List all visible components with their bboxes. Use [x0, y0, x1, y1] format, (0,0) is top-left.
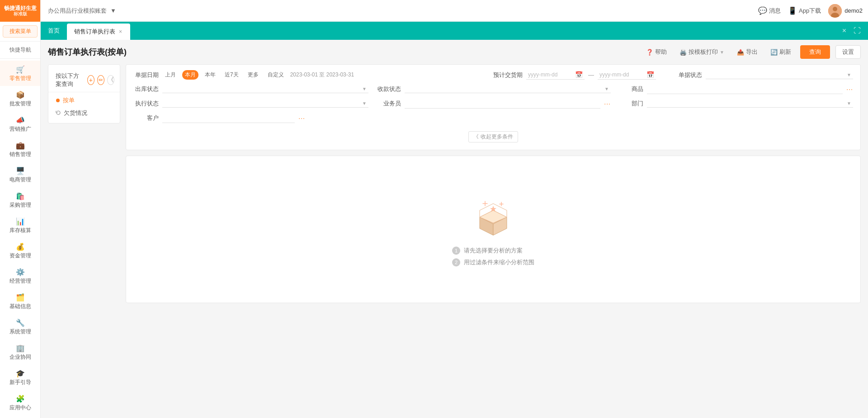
sidebar-item-corp-label: 企业协同: [9, 354, 31, 360]
filter-row-4: 客户 ···: [133, 113, 853, 123]
sidebar-item-retail[interactable]: 🛒 零售管理: [0, 61, 40, 86]
filter-row-2: 出库状态 ▼ 收款状态 ▼: [133, 84, 853, 94]
sidebar-item-newbie-label: 新手引导: [9, 379, 31, 385]
scheme-item-by-order[interactable]: 按单: [48, 94, 120, 107]
date-label: 单据日期: [133, 71, 159, 79]
logo-text-top: 畅捷通好生意: [4, 5, 37, 11]
product-input[interactable]: [647, 84, 843, 94]
filter-field-receipt-status: 收款状态 ▼: [376, 85, 611, 93]
sidebar-item-newbie[interactable]: 🎓 新手引导: [0, 365, 40, 390]
help-button[interactable]: ❓ 帮助: [642, 46, 670, 58]
right-panel: 单据日期 上月 本月 本年 近7天 更多 自定义 2023-03-01 至 20…: [126, 64, 861, 303]
product-more-icon[interactable]: ···: [846, 86, 853, 93]
sidebar-item-marketing[interactable]: 📣 营销推广: [0, 111, 40, 137]
date-custom-btn[interactable]: 自定义: [265, 70, 287, 80]
customer-input[interactable]: [162, 113, 295, 123]
sidebar-item-wholesale-label: 批发管理: [9, 100, 31, 107]
exec-status-select[interactable]: ▼: [162, 100, 368, 108]
date-last7-btn[interactable]: 近7天: [222, 70, 241, 80]
template-print-label: 按模板打印: [689, 48, 718, 56]
scheme-item-debt[interactable]: 欠货情况: [48, 107, 120, 119]
sidebar-item-sales[interactable]: 💼 销售管理: [0, 137, 40, 162]
scheme-edit-icon[interactable]: ✏: [97, 75, 104, 85]
sidebar-item-operations[interactable]: ⚙️ 经营管理: [0, 263, 40, 289]
tab-home[interactable]: 首页: [41, 22, 67, 40]
tip-2-num: 2: [452, 258, 460, 266]
ship-status-arrow-icon: ▼: [362, 86, 367, 91]
message-button[interactable]: 💬 消息: [758, 6, 781, 15]
estimated-date-end-input[interactable]: [599, 71, 645, 78]
exec-status-label: 执行状态: [133, 100, 159, 108]
sidebar-item-wechat[interactable]: 💬 企业微信: [0, 415, 40, 418]
tab-maximize-button[interactable]: ⛶: [852, 26, 863, 36]
date-this-month-btn[interactable]: 本月: [182, 70, 198, 80]
tab-close-all-button[interactable]: ×: [840, 26, 848, 36]
ecom-icon: 🖥️: [2, 166, 38, 175]
salesperson-input[interactable]: [405, 99, 600, 109]
tab-sales-exec[interactable]: 销售订单执行表 ×: [67, 24, 130, 40]
salesperson-more-icon[interactable]: ···: [604, 100, 611, 107]
system-icon: 🔧: [2, 318, 38, 327]
estimated-date-label: 预计交货期: [493, 71, 523, 79]
sidebar-item-inventory[interactable]: 📊 库存核算: [0, 213, 40, 238]
calendar-end-icon[interactable]: 📅: [646, 71, 654, 78]
customer-more-icon[interactable]: ···: [298, 114, 305, 122]
empty-tip-1: 1 请先选择要分析的方案: [452, 247, 534, 255]
filter-field-product: 商品 ···: [618, 84, 853, 94]
sidebar-item-system[interactable]: 🔧 系统管理: [0, 314, 40, 339]
template-print-button[interactable]: 🖨️ 按模板打印 ▼: [676, 46, 728, 58]
filter-field-date: 单据日期 上月 本月 本年 近7天 更多 自定义 2023-03-01 至 20…: [133, 70, 486, 80]
collapse-row: 《 收起更多条件: [133, 128, 853, 144]
filter-field-exec-status: 执行状态 ▼: [133, 100, 368, 108]
sidebar-quick-nav-item[interactable]: 快捷导航: [0, 43, 40, 57]
date-range-text: 2023-03-01 至 2023-03-31: [290, 71, 354, 79]
receipt-status-select[interactable]: ▼: [405, 85, 611, 93]
refresh-icon: 🔄: [770, 49, 778, 56]
breadcrumb-dropdown-icon[interactable]: ▼: [110, 7, 116, 14]
scheme-collapse-icon[interactable]: 《: [107, 75, 114, 85]
scheme-add-icon[interactable]: +: [87, 75, 94, 85]
sidebar-item-corp[interactable]: 🏢 企业协同: [0, 339, 40, 365]
dept-select[interactable]: ▼: [647, 100, 853, 108]
sidebar-item-retail-label: 零售管理: [9, 75, 31, 81]
export-label: 导出: [746, 48, 758, 56]
sidebar-quick-nav: 快捷导航: [0, 42, 40, 59]
ship-status-label: 出库状态: [133, 85, 159, 93]
tip-1-text: 请先选择要分析的方案: [464, 247, 523, 255]
date-this-year-btn[interactable]: 本年: [202, 70, 218, 80]
ship-status-select[interactable]: ▼: [162, 85, 368, 93]
filter-panel: 单据日期 上月 本月 本年 近7天 更多 自定义 2023-03-01 至 20…: [126, 64, 861, 150]
collapse-button[interactable]: 《 收起更多条件: [468, 131, 518, 142]
calendar-start-icon[interactable]: 📅: [575, 71, 583, 78]
estimated-date-end-wrapper: 📅: [598, 70, 656, 80]
order-status-select[interactable]: ▼: [706, 71, 853, 79]
sidebar-item-basic[interactable]: 🗂️ 基础信息: [0, 289, 40, 314]
date-more-btn[interactable]: 更多: [245, 70, 261, 80]
app-download-button[interactable]: 📱 App下载: [788, 6, 821, 15]
date-prev-month-btn[interactable]: 上月: [162, 70, 179, 80]
estimated-date-start-input[interactable]: [528, 71, 573, 78]
app-download-label: App下载: [799, 7, 821, 15]
help-icon: ❓: [646, 49, 653, 56]
sidebar-item-operations-label: 经营管理: [9, 278, 31, 284]
user-menu[interactable]: demo2: [828, 4, 863, 18]
sidebar-item-finance[interactable]: 💰 资金管理: [0, 238, 40, 263]
query-button[interactable]: 查询: [800, 45, 830, 59]
sidebar-item-purchase[interactable]: 🛍️ 采购管理: [0, 187, 40, 213]
sidebar-item-apps[interactable]: 🧩 应用中心: [0, 390, 40, 415]
search-menu-button[interactable]: 搜索菜单: [3, 25, 38, 38]
settings-button[interactable]: 设置: [835, 45, 861, 59]
tab-close-icon[interactable]: ×: [118, 28, 123, 35]
date-range-display: 2023-03-01 至 2023-03-31: [290, 71, 486, 79]
sidebar-item-apps-label: 应用中心: [9, 404, 31, 411]
topbar-right: 💬 消息 📱 App下载 demo2: [758, 4, 863, 18]
sidebar-item-ecom[interactable]: 🖥️ 电商管理: [0, 162, 40, 187]
refresh-button[interactable]: 🔄 刷新: [767, 46, 795, 58]
sidebar-item-wholesale[interactable]: 📦 批发管理: [0, 86, 40, 111]
export-button[interactable]: 📤 导出: [733, 46, 761, 58]
apps-icon: 🧩: [2, 394, 38, 403]
tabbar: 首页 销售订单执行表 × × ⛶: [41, 22, 868, 40]
tabbar-actions: × ⛶: [835, 22, 868, 40]
newbie-icon: 🎓: [2, 369, 38, 378]
date-filter-buttons: 上月 本月 本年 近7天 更多 自定义: [162, 70, 287, 80]
